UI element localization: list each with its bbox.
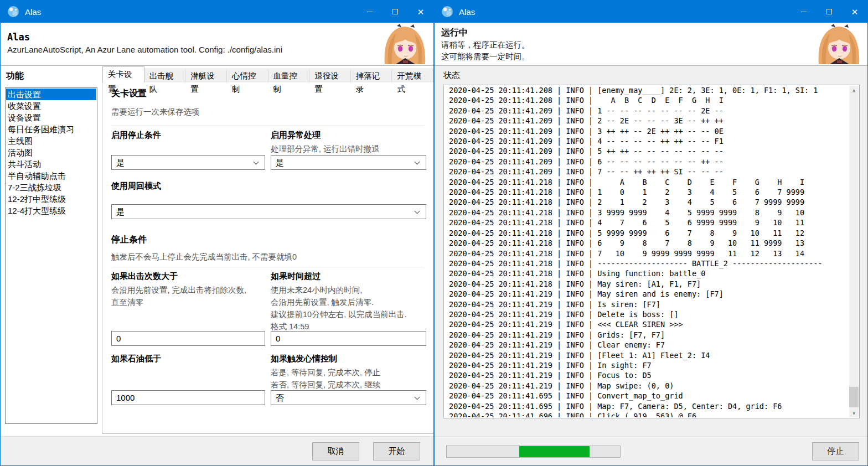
sidebar-item[interactable]: 7-2三战拣垃圾 <box>6 182 96 193</box>
sidebar-heading: 功能 <box>6 70 24 82</box>
enable-stop-select[interactable]: 是 <box>111 155 265 170</box>
maximize-icon <box>392 9 398 14</box>
function-list[interactable]: 出击设置收菜设置设备设置每日任务困难演习主线图活动图共斗活动半自动辅助点击7-2… <box>5 87 97 424</box>
log-line: 2020-04-25 20:11:41.208 | INFO | [enemy_… <box>449 85 849 95</box>
log-line: 2020-04-25 20:11:41.696 | INFO | Click (… <box>449 411 849 417</box>
sidebar-item[interactable]: 收菜设置 <box>6 100 96 112</box>
avatar <box>381 24 428 64</box>
enable-exception-desc: 处理部分异常, 运行出错时撤退 <box>271 143 426 155</box>
minimize-icon <box>367 12 373 12</box>
alas-logo-icon <box>441 5 454 18</box>
titlebar: Alas ✕ <box>435 1 867 23</box>
running-title: 运行中 <box>441 27 468 39</box>
tab[interactable]: 掉落记录 <box>350 69 392 82</box>
log-line: 2020-04-25 20:11:41.209 | INFO | 1 -- --… <box>449 106 849 116</box>
footer: 停止 <box>435 436 867 465</box>
running-line2: 这可能将需要一定时间。 <box>441 51 530 62</box>
sidebar-item[interactable]: 每日任务困难演习 <box>6 123 96 135</box>
close-icon: ✕ <box>851 8 859 16</box>
stop-condition-title: 停止条件 <box>111 234 265 246</box>
log-line: 2020-04-25 20:11:41.209 | INFO | 7 -- --… <box>449 167 849 177</box>
enable-stop-value: 是 <box>116 158 125 167</box>
progress-fill <box>519 446 590 457</box>
close-button[interactable]: ✕ <box>842 1 867 23</box>
scroll-up-icon[interactable]: ∧ <box>849 86 859 95</box>
start-button[interactable]: 开始 <box>373 442 420 460</box>
tab[interactable]: 退役设置 <box>309 69 351 82</box>
close-button[interactable]: ✕ <box>408 1 433 23</box>
desktop: Alas ✕ Alas AzurLaneAutoScript, An Azur … <box>0 0 868 466</box>
sidebar-item[interactable]: 共斗活动 <box>6 158 96 170</box>
if-emotion-desc: 若是, 等待回复, 完成本次, 停止 若否, 等待回复, 完成本次, 继续 <box>271 366 426 391</box>
maximize-icon <box>826 9 832 14</box>
cancel-button[interactable]: 取消 <box>312 442 359 460</box>
tab[interactable]: 心情控制 <box>226 69 268 82</box>
loop-mode-value: 是 <box>116 207 125 216</box>
log-line: 2020-04-25 20:11:41.218 | INFO | 6 9 8 7… <box>449 238 849 248</box>
sidebar-item[interactable]: 设备设置 <box>6 112 96 123</box>
sidebar-item[interactable]: 12-2打中型练级 <box>6 193 96 205</box>
divider <box>111 267 425 267</box>
if-count-desc: 会沿用先前设置, 完成出击将扣除次数, 直至清零 <box>111 284 265 308</box>
sidebar-item[interactable]: 出击设置 <box>6 89 96 100</box>
app-title: Alas <box>7 32 30 43</box>
scrollbar-thumb[interactable] <box>849 387 859 407</box>
app-header: 运行中 请稍等，程序正在运行。 这可能将需要一定时间。 <box>435 23 867 66</box>
chevron-down-icon <box>415 159 420 165</box>
log-line: 2020-04-25 20:11:41.219 | INFO | Clear e… <box>449 340 849 350</box>
log-line: 2020-04-25 20:11:41.219 | INFO | In sigh… <box>449 360 849 370</box>
log-line: 2020-04-25 20:11:41.219 | INFO | May sir… <box>449 289 849 299</box>
tab[interactable]: 出击舰队 <box>144 69 186 82</box>
enable-stop-label: 启用停止条件 <box>111 130 265 141</box>
sidebar-item[interactable]: 12-4打大型练级 <box>6 205 96 216</box>
enable-exception-select[interactable]: 是 <box>271 155 426 170</box>
log-line: 2020-04-25 20:11:41.218 | INFO | Using f… <box>449 268 849 278</box>
log-line: 2020-04-25 20:11:41.219 | INFO | Grids: … <box>449 330 849 340</box>
panel-subtitle: 需要运行一次来保存选项 <box>111 107 200 117</box>
app-header: Alas AzurLaneAutoScript, An Azur Lane au… <box>1 23 433 66</box>
app-subtitle: AzurLaneAutoScript, An Azur Lane automat… <box>7 45 282 54</box>
enable-exception-value: 是 <box>276 158 284 167</box>
tab-bar: 关卡设置出击舰队潜艇设置心情控制血量控制退役设置掉落记录开荒模式 <box>102 66 433 82</box>
log-scrollbar[interactable]: ∧ ∨ <box>849 86 859 417</box>
footer: 取消 开始 <box>1 436 433 465</box>
divider <box>111 126 425 126</box>
log-line: 2020-04-25 20:11:41.218 | INFO | 1 0 1 2… <box>449 187 849 197</box>
chevron-down-icon <box>415 209 420 214</box>
if-emotion-select[interactable]: 否 <box>271 390 426 405</box>
settings-window: Alas ✕ Alas AzurLaneAutoScript, An Azur … <box>0 0 434 466</box>
log-line: 2020-04-25 20:11:41.209 | INFO | 5 ++ ++… <box>449 146 849 156</box>
window-title: Alas <box>459 7 791 17</box>
chevron-down-icon <box>254 159 259 165</box>
log-line: 2020-04-25 20:11:41.219 | INFO | [Fleet_… <box>449 350 849 360</box>
stop-button[interactable]: 停止 <box>812 442 859 460</box>
if-oil-input[interactable] <box>111 390 265 405</box>
log-line: 2020-04-25 20:11:41.218 | INFO | 5 9999 … <box>449 228 849 238</box>
if-oil-label: 如果石油低于 <box>111 354 265 364</box>
minimize-button[interactable] <box>357 1 383 23</box>
scroll-down-icon[interactable]: ∨ <box>849 408 859 417</box>
close-icon: ✕ <box>417 8 425 16</box>
maximize-button[interactable] <box>383 1 408 23</box>
tab[interactable]: 开荒模式 <box>391 69 433 82</box>
sidebar-item[interactable]: 活动图 <box>6 147 96 158</box>
minimize-button[interactable] <box>791 1 817 23</box>
loop-mode-select[interactable]: 是 <box>111 204 426 219</box>
maximize-button[interactable] <box>817 1 842 23</box>
tab[interactable]: 潜艇设置 <box>185 69 227 82</box>
sidebar-item[interactable]: 主线图 <box>6 135 96 147</box>
sidebar-item[interactable]: 半自动辅助点击 <box>6 170 96 182</box>
log-line: 2020-04-25 20:11:41.218 | INFO | May sir… <box>449 279 849 289</box>
log-line: 2020-04-25 20:11:41.218 | INFO | -------… <box>449 258 849 268</box>
log-line: 2020-04-25 20:11:41.218 | INFO | 7 10 9 … <box>449 248 849 258</box>
tab[interactable]: 血量控制 <box>268 69 310 82</box>
if-time-input[interactable] <box>271 331 426 346</box>
log-line: 2020-04-25 20:11:41.219 | INFO | Focus t… <box>449 370 849 380</box>
log-line: 2020-04-25 20:11:41.218 | INFO | 2 1 2 3… <box>449 197 849 207</box>
runner-window: Alas ✕ 运行中 请稍等，程序正在运行。 这可能将需要一定时间。 <box>434 0 868 466</box>
tab[interactable]: 关卡设置 <box>102 66 144 82</box>
if-time-label: 如果时间超过 <box>271 271 426 282</box>
status-label: 状态 <box>443 70 460 81</box>
if-count-input[interactable] <box>111 331 265 346</box>
log-output[interactable]: 2020-04-25 20:11:41.208 | INFO | [enemy_… <box>445 85 849 417</box>
